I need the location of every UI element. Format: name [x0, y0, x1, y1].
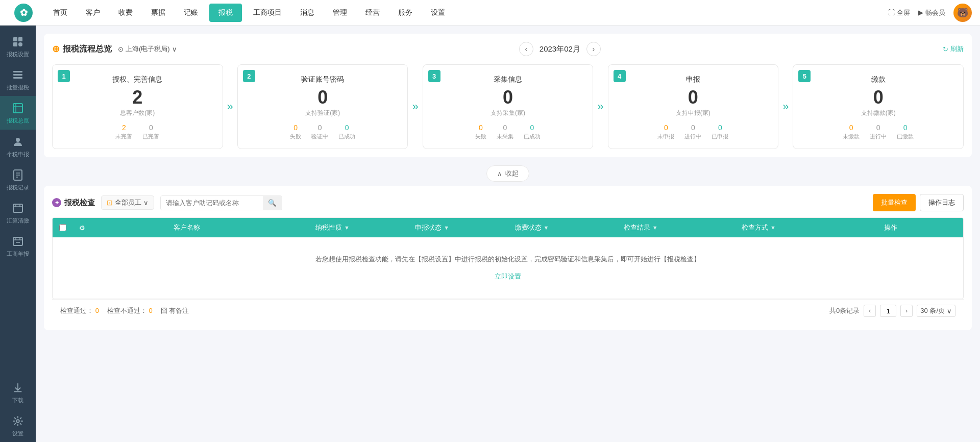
check-title-text: 报税检查	[64, 198, 95, 208]
filter-tax-nature-icon[interactable]: ▼	[344, 225, 350, 231]
stat-item: 0 验证中	[311, 124, 328, 140]
sidebar-item-annual-report[interactable]: 工商年报	[0, 229, 36, 262]
th-action: 操作	[818, 218, 963, 237]
sidebar-label-download: 下载	[12, 397, 23, 404]
avatar-area[interactable]: 🐻	[953, 4, 972, 22]
sidebar-item-batch-tax[interactable]: 批量报税	[0, 63, 36, 96]
step-count-1: 2	[61, 88, 214, 107]
vip-btn[interactable]: ▶ 畅会员	[918, 8, 945, 17]
sidebar-item-settlement[interactable]: 汇算清缴	[0, 196, 36, 229]
stat-item: 2 未完善	[115, 124, 132, 140]
th-checkbox	[53, 218, 73, 237]
sidebar-item-settings-bottom[interactable]: 设置	[0, 409, 36, 442]
sidebar-item-tax-record[interactable]: 报税记录	[0, 163, 36, 196]
personal-tax-icon	[11, 135, 25, 149]
fail-value[interactable]: 0	[149, 307, 152, 314]
per-page-selector[interactable]: 30 条/页 ∨	[917, 305, 955, 317]
note-label: 有备注	[169, 307, 189, 314]
th-name: 客户名称	[91, 218, 283, 237]
sidebar-item-tax-settings[interactable]: 报税设置	[0, 30, 36, 63]
check-section: ✦ 报税检查 ⊡ 全部员工 ∨ 🔍 批量检查 操作日志	[44, 186, 972, 330]
sidebar-label-tax-record: 报税记录	[7, 184, 29, 191]
vip-label: 畅会员	[925, 8, 945, 17]
collapse-row: ∧ 收起	[44, 165, 972, 182]
th-check-method-label: 检查方式	[742, 223, 768, 232]
next-page-btn[interactable]: ›	[900, 305, 913, 317]
collapse-button[interactable]: ∧ 收起	[486, 165, 529, 182]
nav-operation[interactable]: 经营	[356, 0, 389, 26]
operation-log-button[interactable]: 操作日志	[920, 194, 964, 211]
nav-client[interactable]: 客户	[77, 0, 109, 26]
note-icon: 囧	[161, 307, 167, 314]
step-stats-3: 0 失败 0 未采集 0 已成功	[431, 124, 585, 140]
stat-value-fail3: 0	[479, 124, 483, 132]
svg-point-25	[16, 420, 19, 423]
nav-invoice[interactable]: 票据	[142, 0, 175, 26]
step-number-4: 4	[614, 70, 626, 82]
staff-selector[interactable]: ⊡ 全部员工 ∨	[101, 195, 154, 210]
pass-value[interactable]: 0	[95, 307, 99, 314]
sidebar-item-personal-tax[interactable]: 个税申报	[0, 130, 36, 163]
nav-fee[interactable]: 收费	[109, 0, 142, 26]
tax-record-icon	[11, 168, 25, 182]
step-number-3: 3	[428, 70, 440, 82]
overview-title: ⊕ 报税流程总览	[52, 43, 112, 55]
nav-manage[interactable]: 管理	[324, 0, 356, 26]
tax-settings-icon	[11, 35, 25, 49]
nav-business[interactable]: 工商项目	[244, 0, 291, 26]
svg-rect-15	[13, 204, 22, 212]
setup-link[interactable]: 立即设置	[495, 273, 521, 280]
refresh-label: 刷新	[950, 44, 964, 54]
step-title-1: 授权、完善信息	[61, 75, 214, 84]
nav-right-area: ⛶ 全屏 ▶ 畅会员 🐻	[888, 4, 972, 22]
chevron-down-icon: ∨	[172, 45, 177, 53]
th-action-label: 操作	[884, 223, 897, 232]
nav-tax[interactable]: 报税	[209, 4, 242, 22]
stat-value-paid: 0	[903, 124, 908, 132]
filter-check-result-icon[interactable]: ▼	[652, 225, 658, 231]
overview-card: ⊕ 报税流程总览 ⊙ 上海(电子税局) ∨ ‹ 2023年02月 › ↻ 刷新	[44, 34, 972, 157]
nav-message[interactable]: 消息	[291, 0, 324, 26]
sidebar-item-download[interactable]: 下载	[0, 376, 36, 409]
prev-month-btn[interactable]: ‹	[519, 42, 533, 56]
fullscreen-icon: ⛶	[888, 9, 895, 16]
filter-fee-status-icon[interactable]: ▼	[544, 225, 549, 231]
check-title-icon: ✦	[52, 198, 61, 207]
step-card-2: 2 验证账号密码 0 支持验证(家) 0 失败 0 验证中	[237, 64, 408, 149]
stat-label-fail: 失败	[290, 133, 301, 140]
step-count-2: 0	[246, 88, 400, 107]
pass-label: 检查通过：	[60, 307, 93, 314]
select-all-checkbox[interactable]	[59, 224, 66, 231]
th-gear: ⚙	[73, 218, 91, 237]
svg-rect-2	[13, 42, 17, 46]
step-number-1: 1	[58, 70, 70, 82]
th-check-result: 检查结果 ▼	[582, 218, 700, 237]
filter-check-method-icon[interactable]: ▼	[770, 225, 776, 231]
stat-item: 0 进行中	[870, 124, 887, 140]
location-selector[interactable]: ⊙ 上海(电子税局) ∨	[118, 44, 177, 54]
nav-settings[interactable]: 设置	[422, 0, 454, 26]
next-month-btn[interactable]: ›	[586, 42, 601, 56]
sidebar-label-batch-tax: 批量报税	[7, 84, 29, 91]
batch-check-button[interactable]: 批量检查	[873, 194, 916, 211]
search-input[interactable]	[161, 196, 263, 210]
sidebar-label-annual-report: 工商年报	[7, 251, 29, 257]
sidebar-item-tax-overview[interactable]: 报税总览	[0, 96, 36, 129]
refresh-btn[interactable]: ↻ 刷新	[943, 44, 964, 54]
stat-value-success: 0	[345, 124, 349, 132]
fullscreen-btn[interactable]: ⛶ 全屏	[888, 8, 910, 17]
nav-service[interactable]: 服务	[389, 0, 422, 26]
fail-stat: 检查不通过： 0	[107, 306, 153, 315]
filter-declare-status-icon[interactable]: ▼	[444, 225, 449, 231]
svg-rect-0	[13, 37, 17, 41]
nav-home[interactable]: 首页	[44, 0, 77, 26]
svg-point-10	[16, 138, 20, 142]
step-title-4: 申报	[617, 75, 770, 84]
gear-icon[interactable]: ⚙	[79, 224, 85, 232]
page-input[interactable]	[880, 305, 896, 317]
search-button[interactable]: 🔍	[263, 196, 282, 210]
first-page-btn[interactable]: ‹	[864, 305, 876, 317]
overview-header: ⊕ 报税流程总览 ⊙ 上海(电子税局) ∨ ‹ 2023年02月 › ↻ 刷新	[52, 42, 964, 56]
search-icon: 🔍	[268, 199, 277, 207]
nav-accounting[interactable]: 记账	[175, 0, 207, 26]
